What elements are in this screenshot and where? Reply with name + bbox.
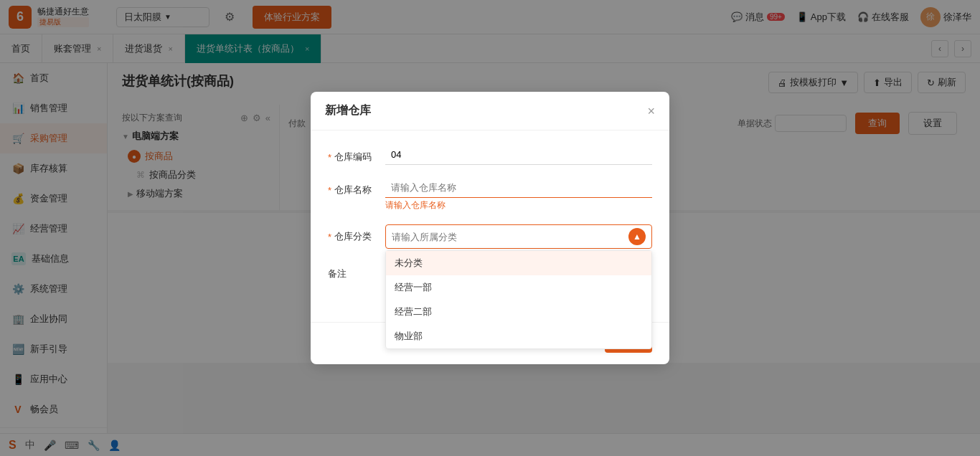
code-label: * 仓库编码 [328, 145, 385, 163]
category-input[interactable] [392, 232, 628, 242]
name-label: * 仓库名称 [328, 178, 385, 196]
name-input[interactable] [385, 178, 652, 198]
dropdown-item-ops1[interactable]: 经营一部 [386, 275, 651, 300]
dropdown-item-property[interactable]: 物业部 [386, 324, 651, 348]
dropdown-item-ops2[interactable]: 经营二部 [386, 300, 651, 324]
modal-header: 新增仓库 × [311, 92, 669, 130]
code-required-mark: * [328, 152, 331, 163]
dropdown-item-uncategorized[interactable]: 未分类 [386, 251, 651, 275]
code-input[interactable] [385, 145, 652, 165]
name-error-msg: 请输入仓库名称 [385, 199, 652, 212]
modal-overlay: 新增仓库 × * 仓库编码 * 仓库名称 [0, 0, 980, 456]
name-field: 请输入仓库名称 [385, 178, 652, 212]
name-required-mark: * [328, 185, 331, 196]
category-field: ▲ 未分类 经营一部 经营二部 物业部 [385, 224, 652, 249]
category-required-mark: * [328, 232, 331, 242]
category-dropdown: 未分类 经营一部 经营二部 物业部 [385, 250, 652, 349]
modal-title: 新增仓库 [325, 103, 371, 118]
code-field [385, 145, 652, 165]
modal-close-icon[interactable]: × [647, 105, 655, 118]
category-form-row: * 仓库分类 ▲ 未分类 经营一部 经营二部 物业部 [328, 224, 652, 249]
category-label: * 仓库分类 [328, 224, 385, 243]
category-toggle-icon[interactable]: ▲ [628, 228, 646, 245]
code-form-row: * 仓库编码 [328, 145, 652, 165]
modal-body: * 仓库编码 * 仓库名称 请输入仓库名称 [311, 130, 669, 322]
name-form-row: * 仓库名称 请输入仓库名称 [328, 178, 652, 212]
category-input-wrap: ▲ [385, 224, 652, 249]
note-label: 备注 [328, 262, 385, 280]
add-warehouse-modal: 新增仓库 × * 仓库编码 * 仓库名称 [311, 92, 669, 364]
